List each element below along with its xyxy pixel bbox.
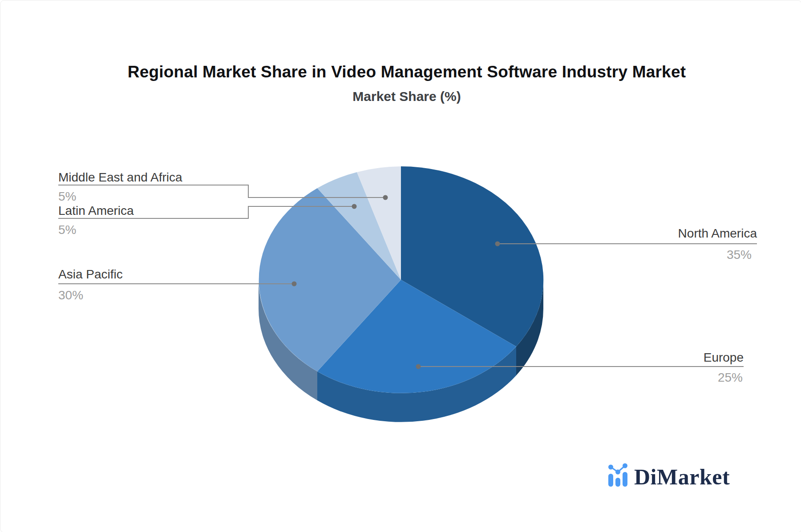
pct-middle-east-and-africa: 5% xyxy=(58,190,76,203)
label-latin-america: Latin America xyxy=(58,205,134,217)
logo-text: DiMarket xyxy=(634,466,730,488)
leader-dot-north-america xyxy=(495,242,500,246)
leader-dot-asia-pacific xyxy=(292,282,297,286)
label-asia-pacific: Asia Pacific xyxy=(58,268,123,281)
label-north-america: North America xyxy=(678,227,757,240)
chart-canvas: Regional Market Share in Video Managemen… xyxy=(0,0,801,532)
label-europe: Europe xyxy=(704,351,744,364)
label-middle-east-and-africa: Middle East and Africa xyxy=(58,171,182,184)
pct-asia-pacific: 30% xyxy=(58,289,83,302)
leader-dot-europe xyxy=(416,364,421,369)
pct-latin-america: 5% xyxy=(58,224,76,236)
logo: DiMarket xyxy=(606,461,632,489)
pie-chart xyxy=(0,0,801,532)
leader-dot-latin-america xyxy=(352,204,357,209)
bar-line-chart-icon xyxy=(606,461,632,489)
pct-north-america: 35% xyxy=(727,249,752,261)
pct-europe: 25% xyxy=(718,371,743,384)
leader-dot-middle-east-and-africa xyxy=(383,195,388,200)
